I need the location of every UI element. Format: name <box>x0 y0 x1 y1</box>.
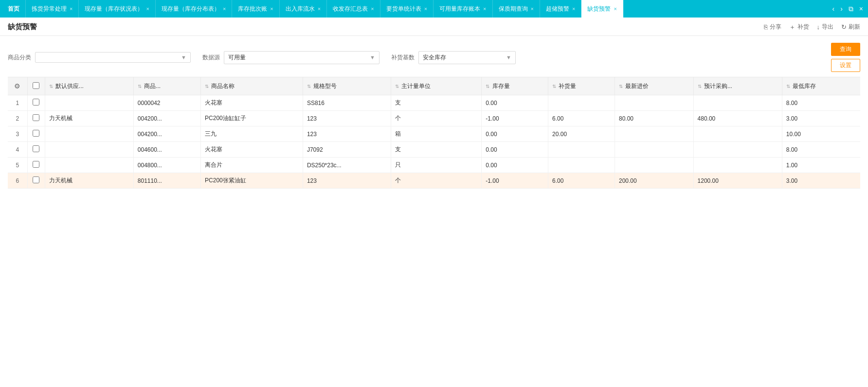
sort-spec-icon: ⇅ <box>307 84 311 89</box>
tab-requisition[interactable]: 要货单统计表 × <box>380 0 434 18</box>
row-checkbox[interactable] <box>33 145 39 152</box>
nav-next-btn[interactable]: › <box>837 5 846 13</box>
cell-supplier <box>45 95 133 111</box>
cell-spec: 123 <box>303 111 391 126</box>
tab-home[interactable]: 首页 <box>2 0 26 18</box>
cell-stock: 0.00 <box>482 126 548 142</box>
close-stock-status-tab[interactable]: × <box>146 6 149 12</box>
gear-icon[interactable]: ⚙ <box>13 81 22 91</box>
row-num: 2 <box>8 111 27 126</box>
top-nav: 首页 拣货异常处理 × 现存量（库存状况表） × 现存量（库存分布表） × 库存… <box>0 0 868 18</box>
cell-latest-price <box>615 142 693 158</box>
refresh-icon: ↻ <box>841 23 847 31</box>
cell-stock: -1.00 <box>482 111 548 126</box>
cell-unit: 个 <box>391 111 481 126</box>
th-spec: ⇅ 规格型号 <box>303 77 391 95</box>
filter-actions: 查询 设置 <box>831 43 860 72</box>
nav-prev-btn[interactable]: ‹ <box>829 5 837 13</box>
row-num: 1 <box>8 95 27 111</box>
row-checkbox-cell <box>27 111 45 126</box>
close-picking-tab[interactable]: × <box>70 6 72 12</box>
cell-product-name: 三九 <box>201 126 303 142</box>
table-row: 4 004600... 火花塞 J7092 支 0.00 8.00 <box>8 142 860 158</box>
page-header: 缺货预警 ⎘ 分享 ＋ 补货 ↓ 导出 ↻ 刷新 <box>0 18 868 36</box>
table-row: 2 力天机械 004200... PC200油缸缸子 123 个 -1.00 6… <box>8 111 860 126</box>
row-checkbox-cell <box>27 126 45 142</box>
tab-stock-dist[interactable]: 现存量（库存分布表） × <box>156 0 232 18</box>
table-header-row: ⚙ ⇅ 默认供应... ⇅ 商品... ⇅ 商品名称 <box>8 77 860 95</box>
row-checkbox[interactable] <box>33 99 39 106</box>
category-chevron-icon: ▼ <box>181 54 186 60</box>
main-content: 缺货预警 ⎘ 分享 ＋ 补货 ↓ 导出 ↻ 刷新 商品分类 <box>0 18 868 387</box>
close-flow-tab[interactable]: × <box>318 6 321 12</box>
sort-price-icon: ⇅ <box>619 84 623 89</box>
query-button[interactable]: 查询 <box>831 43 860 56</box>
tab-shortage[interactable]: 缺货预警 × <box>581 0 623 18</box>
nav-close-btn[interactable]: × <box>856 5 866 13</box>
replenish-base-label: 补货基数 <box>391 53 415 62</box>
datasource-chevron-icon: ▼ <box>370 54 375 60</box>
cell-unit: 个 <box>391 173 481 189</box>
tab-stock-status[interactable]: 现存量（库存状况表） × <box>79 0 155 18</box>
sort-est-icon: ⇅ <box>698 84 702 89</box>
close-overstock-tab[interactable]: × <box>572 6 575 12</box>
sort-name-icon: ⇅ <box>205 84 209 89</box>
category-select[interactable]: ▼ <box>35 52 191 63</box>
cell-spec: 123 <box>303 126 391 142</box>
replenish-base-select[interactable]: 安全库存 ▼ <box>418 51 516 64</box>
tab-picking[interactable]: 拣货异常处理 × <box>26 0 79 18</box>
cell-product-name: 火花塞 <box>201 95 303 111</box>
cell-product-code: 801110... <box>133 173 200 189</box>
cell-est-purchase <box>693 126 782 142</box>
cell-spec: SS816 <box>303 95 391 111</box>
row-num: 4 <box>8 142 27 158</box>
table-row: 6 力天机械 801110... PC200张紧油缸 123 个 -1.00 6… <box>8 173 860 189</box>
cell-est-purchase <box>693 142 782 158</box>
close-batch-tab[interactable]: × <box>270 6 273 12</box>
close-requisition-tab[interactable]: × <box>424 6 427 12</box>
table-body: 1 0000042 火花塞 SS816 支 0.00 8.00 2 力天机械 0… <box>8 95 860 189</box>
cell-unit: 只 <box>391 158 481 173</box>
cell-min-stock: 8.00 <box>782 95 860 111</box>
refresh-button[interactable]: ↻ 刷新 <box>841 23 860 31</box>
close-summary-tab[interactable]: × <box>371 6 374 12</box>
select-all-checkbox[interactable] <box>33 82 39 89</box>
tab-flow[interactable]: 出入库流水 × <box>280 0 327 18</box>
row-checkbox-cell <box>27 158 45 173</box>
tab-batch[interactable]: 库存批次账 × <box>232 0 279 18</box>
share-button[interactable]: ⎘ 分享 <box>764 23 781 31</box>
cell-stock: 0.00 <box>482 95 548 111</box>
sort-unit-icon: ⇅ <box>395 84 399 89</box>
filter-row: 商品分类 ▼ 数据源 可用量 ▼ 补货基数 安全库存 ▼ 查询 设置 <box>0 36 868 77</box>
row-checkbox[interactable] <box>33 130 39 137</box>
cell-min-stock: 3.00 <box>782 173 860 189</box>
close-shortage-tab[interactable]: × <box>614 6 616 12</box>
close-available-tab[interactable]: × <box>483 6 486 12</box>
cell-latest-price <box>615 126 693 142</box>
close-expiry-tab[interactable]: × <box>531 6 534 12</box>
category-label: 商品分类 <box>8 53 31 62</box>
settings-button[interactable]: 设置 <box>831 59 860 72</box>
datasource-select[interactable]: 可用量 ▼ <box>224 51 380 64</box>
cell-latest-price <box>615 158 693 173</box>
tab-summary[interactable]: 收发存汇总表 × <box>327 0 380 18</box>
tab-available[interactable]: 可用量库存账本 × <box>434 0 492 18</box>
close-stock-dist-tab[interactable]: × <box>223 6 226 12</box>
row-checkbox[interactable] <box>33 176 39 183</box>
export-button[interactable]: ↓ 导出 <box>817 23 834 31</box>
replenish-button[interactable]: ＋ 补货 <box>789 23 809 32</box>
nav-restore-btn[interactable]: ⧉ <box>846 5 856 13</box>
tab-expiry[interactable]: 保质期查询 × <box>493 0 540 18</box>
th-gear: ⚙ <box>8 77 27 95</box>
th-checkbox <box>27 77 45 95</box>
cell-product-name: PC200油缸缸子 <box>201 111 303 126</box>
replenish-base-chevron-icon: ▼ <box>506 54 511 60</box>
tab-overstock[interactable]: 超储预警 × <box>540 0 581 18</box>
replenish-base-select-value: 安全库存 <box>423 53 446 62</box>
th-unit: ⇅ 主计量单位 <box>391 77 481 95</box>
datasource-select-value: 可用量 <box>228 53 246 62</box>
row-checkbox[interactable] <box>33 114 39 121</box>
cell-unit: 箱 <box>391 126 481 142</box>
row-checkbox[interactable] <box>33 161 39 168</box>
cell-spec: J7092 <box>303 142 391 158</box>
